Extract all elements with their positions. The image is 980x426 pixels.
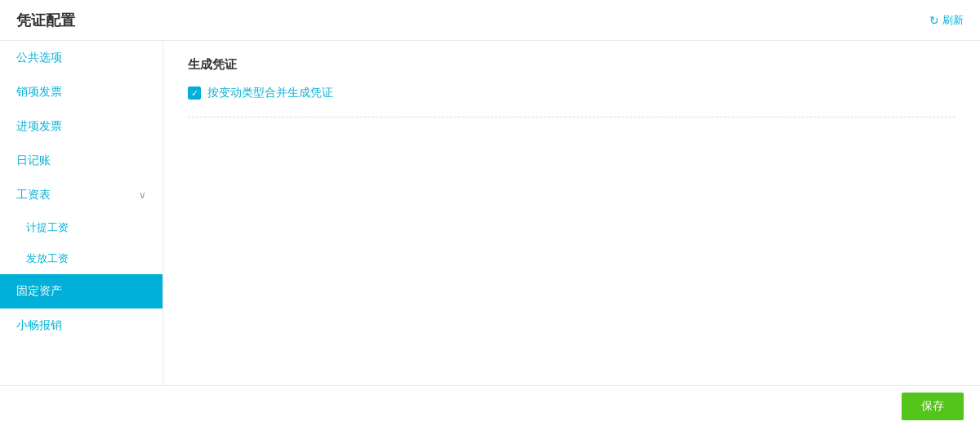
sidebar-item-journal[interactable]: 日记账 — [0, 144, 163, 178]
sidebar: 公共选项 销项发票 进项发票 日记账 工资表 ∨ 计提工资 发放工资 固定资 — [0, 41, 163, 385]
body: 公共选项 销项发票 进项发票 日记账 工资表 ∨ 计提工资 发放工资 固定资 — [0, 41, 980, 385]
sidebar-item-label: 小畅报销 — [16, 318, 62, 333]
sidebar-item-expense[interactable]: 小畅报销 — [0, 308, 163, 343]
header: 凭证配置 ↻ 刷新 — [0, 0, 980, 41]
refresh-button[interactable]: ↻ 刷新 — [929, 13, 964, 28]
sidebar-item-fixed-assets[interactable]: 固定资产 — [0, 274, 163, 308]
sidebar-item-payroll-pay[interactable]: 发放工资 — [0, 243, 163, 274]
sidebar-item-label: 公共选项 — [16, 51, 62, 65]
save-button[interactable]: 保存 — [902, 393, 964, 420]
page-title: 凭证配置 — [16, 11, 75, 30]
sidebar-item-payroll[interactable]: 工资表 ∨ — [0, 178, 163, 212]
sidebar-item-label: 工资表 — [16, 188, 51, 202]
sidebar-item-label: 发放工资 — [26, 252, 69, 264]
refresh-icon: ↻ — [929, 14, 939, 27]
checkbox-row: ✓ 按变动类型合并生成凭证 — [188, 86, 956, 100]
divider — [188, 117, 956, 118]
check-icon: ✓ — [191, 89, 198, 98]
chevron-down-icon: ∨ — [139, 189, 146, 201]
sidebar-item-sales-invoice[interactable]: 销项发票 — [0, 75, 163, 109]
sidebar-item-label: 日记账 — [16, 153, 51, 168]
refresh-label: 刷新 — [942, 13, 964, 28]
sidebar-item-public-options[interactable]: 公共选项 — [0, 41, 163, 75]
main-content: 生成凭证 ✓ 按变动类型合并生成凭证 — [163, 41, 980, 385]
sidebar-item-label: 固定资产 — [16, 284, 62, 299]
section-title: 生成凭证 — [188, 57, 956, 73]
sidebar-item-purchase-invoice[interactable]: 进项发票 — [0, 109, 163, 144]
sidebar-item-label: 销项发票 — [16, 85, 62, 100]
page-wrapper: 凭证配置 ↻ 刷新 公共选项 销项发票 进项发票 日记账 工资表 ∨ — [0, 0, 980, 426]
merge-checkbox[interactable]: ✓ — [188, 87, 201, 100]
footer: 保存 — [0, 385, 980, 426]
sidebar-item-label: 计提工资 — [26, 221, 69, 233]
checkbox-label: 按变动类型合并生成凭证 — [207, 86, 333, 100]
sidebar-item-label: 进项发票 — [16, 119, 62, 134]
sidebar-item-payroll-accrual[interactable]: 计提工资 — [0, 212, 163, 243]
